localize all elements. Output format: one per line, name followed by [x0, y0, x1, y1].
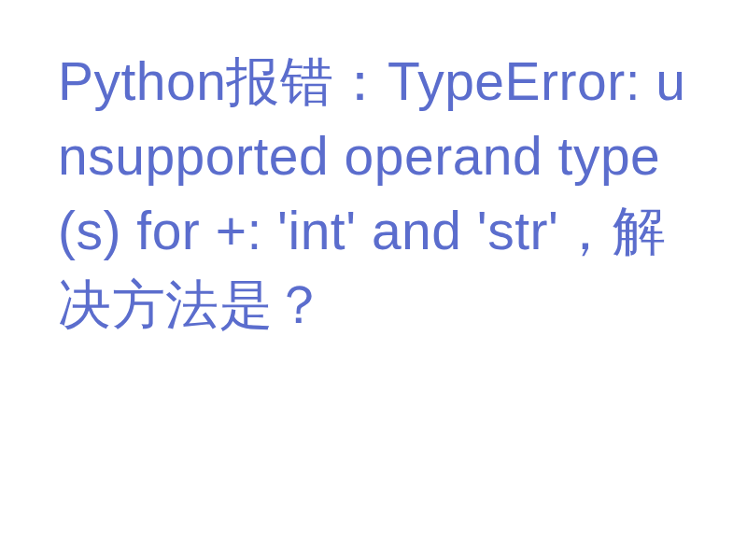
error-title: Python报错：TypeError: unsupported operand …	[58, 45, 689, 343]
document-card: Python报错：TypeError: unsupported operand …	[0, 0, 747, 560]
